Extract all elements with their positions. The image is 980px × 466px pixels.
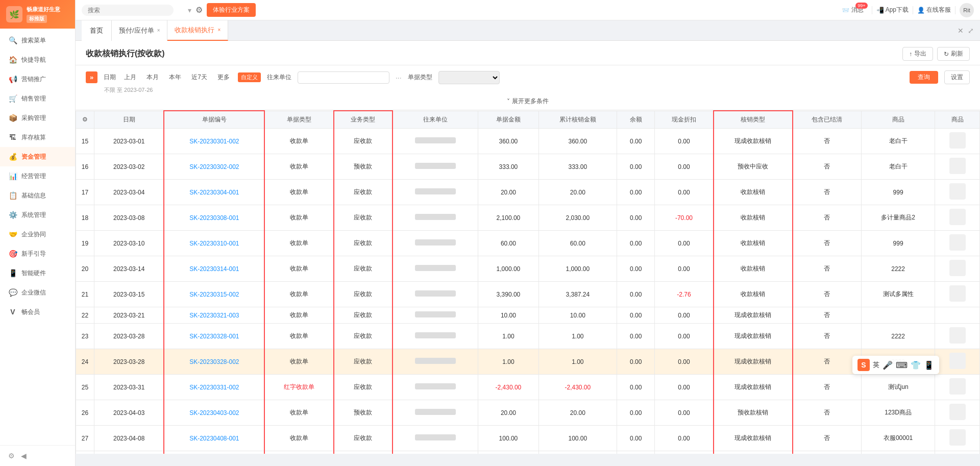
voucher-no-link[interactable]: SK-20230328-002 <box>189 358 239 365</box>
sidebar-item-system[interactable]: ⚙️ 系统管理 <box>0 205 75 225</box>
cell-voucher-no[interactable]: SK-20230328-001 <box>164 324 264 349</box>
cell-voucher-no[interactable]: SK-20230315-002 <box>164 282 264 307</box>
voucher-no-link[interactable]: SK-20230314-001 <box>189 265 239 273</box>
cell-seq: 19 <box>76 231 94 256</box>
online-support-link[interactable]: 👤 在线客服 <box>917 6 951 14</box>
overlay-keyboard-icon[interactable]: ⌨ <box>896 360 908 370</box>
sidebar-item-sales[interactable]: 🛒 销售管理 <box>0 89 75 108</box>
column-settings-icon[interactable]: ⚙ <box>82 116 88 123</box>
cell-partner <box>393 256 478 282</box>
overlay-shirt-icon[interactable]: 👕 <box>911 360 921 370</box>
overlay-grid-icon[interactable]: 📱 <box>924 360 934 370</box>
cell-voucher-no[interactable]: SK-20230310-001 <box>164 231 264 256</box>
voucher-no-link[interactable]: SK-20230403-002 <box>189 409 239 416</box>
tab-home[interactable]: 首页 <box>82 20 112 41</box>
cell-voucher-no[interactable]: SK-20230328-002 <box>164 349 264 375</box>
app-download-link[interactable]: 📲 App下载 <box>876 6 909 14</box>
cell-goods2 <box>935 282 980 307</box>
voucher-no-link[interactable]: SK-20230315-002 <box>189 291 239 298</box>
voucher-no-link[interactable]: SK-20230304-001 <box>189 189 239 196</box>
voucher-no-link[interactable]: SK-20230331-002 <box>189 384 239 391</box>
collapse-sidebar-icon[interactable]: ◀ <box>21 452 27 460</box>
voucher-no-link[interactable]: SK-20230308-001 <box>189 214 239 222</box>
cell-balance: 0.00 <box>617 180 655 205</box>
sidebar-item-operations[interactable]: 📊 经营管理 <box>0 166 75 186</box>
col-settings-header[interactable]: ⚙ <box>76 111 94 129</box>
cell-include-settled: 否 <box>793 375 862 400</box>
tab-collection-exec-close[interactable]: × <box>217 27 220 33</box>
search-input[interactable] <box>82 5 174 16</box>
settings-filter-button[interactable]: 设置 <box>944 70 970 84</box>
cell-cash-discount: 0.00 <box>655 154 714 180</box>
sidebar-item-marketing[interactable]: 📢 营销推广 <box>0 69 75 89</box>
voucher-no-link[interactable]: SK-20230301-002 <box>189 138 239 145</box>
voucher-no-link[interactable]: SK-20230321-003 <box>189 312 239 319</box>
sidebar-item-search[interactable]: 🔍 搜索菜单 <box>0 31 75 50</box>
filter-last-month[interactable]: 上月 <box>122 72 138 83</box>
export-button[interactable]: ↑ 导出 <box>902 47 933 61</box>
sidebar-item-enterprise[interactable]: 🤝 企业协同 <box>0 225 75 244</box>
col-date-header: 日期 <box>94 111 164 129</box>
cell-voucher-type: 收款单 <box>264 400 333 426</box>
filter-expand-toggle[interactable]: » <box>86 71 97 83</box>
cell-voucher-no[interactable]: SK-20230301-002 <box>164 129 264 154</box>
filter-this-month[interactable]: 本月 <box>144 72 161 83</box>
voucher-no-link[interactable]: SK-20230310-001 <box>189 240 239 247</box>
voucher-no-link[interactable]: SK-20230302-002 <box>189 163 239 170</box>
sidebar-item-member[interactable]: V 畅会员 <box>0 302 75 322</box>
topbar-search[interactable] <box>82 5 184 16</box>
cell-voucher-no[interactable]: SK-20230304-001 <box>164 180 264 205</box>
sidebar-item-smart-hw[interactable]: 📱 智能硬件 <box>0 263 75 283</box>
gear-icon[interactable]: ⚙ <box>195 5 203 15</box>
query-button[interactable]: 查询 <box>910 71 938 84</box>
sidebar-item-newbie[interactable]: 🎯 新手引导 <box>0 244 75 263</box>
cell-include-settled: 否 <box>793 231 862 256</box>
voucher-no-link[interactable]: SK-20230408-001 <box>189 435 239 442</box>
cell-cash-discount: 0.00 <box>655 256 714 282</box>
filter-7days[interactable]: 近7天 <box>189 72 209 83</box>
cell-voucher-no[interactable]: SK-20230403-002 <box>164 400 264 426</box>
message-button[interactable]: 📨 消息 99+ <box>842 6 864 14</box>
expand-more-button[interactable]: ˅ 展开更多条件 <box>507 97 549 106</box>
table-row: 20 2023-03-14 SK-20230314-001 收款单 应收款 1,… <box>76 256 980 282</box>
industry-solution-button[interactable]: 体验行业方案 <box>207 3 256 17</box>
overlay-text-icon[interactable]: 英 <box>873 360 879 370</box>
sidebar: 🌿 畅康道好生意 标推版 🔍 搜索菜单 🏠 快捷导航 📢 营销推广 🛒 销售管理… <box>0 0 76 466</box>
sidebar-item-member-label: 畅会员 <box>21 308 40 316</box>
user-avatar[interactable]: Rit <box>960 3 974 17</box>
voucher-no-link[interactable]: SK-20230328-001 <box>189 333 239 340</box>
close-tab-icon[interactable]: ✕ <box>958 27 964 35</box>
sidebar-item-wechat[interactable]: 💬 企业微信 <box>0 283 75 302</box>
maximize-icon[interactable]: ⤢ <box>968 27 974 35</box>
tab-collection-exec[interactable]: 收款核销执行 × <box>167 20 228 41</box>
filter-dots[interactable]: ··· <box>396 73 402 82</box>
cell-voucher-no[interactable]: SK-20230302-002 <box>164 154 264 180</box>
cell-voucher-no[interactable]: SK-20230314-001 <box>164 256 264 282</box>
filter-custom-date[interactable]: 自定义 <box>238 72 261 82</box>
cell-voucher-no[interactable]: SK-20230408-001 <box>164 426 264 451</box>
tab-home-label: 首页 <box>90 26 103 35</box>
sidebar-item-purchase[interactable]: 📦 采购管理 <box>0 108 75 128</box>
tab-prepay-payable-close[interactable]: × <box>157 28 160 33</box>
filter-voucher-type-select[interactable] <box>438 71 500 84</box>
cell-voucher-no[interactable]: SK-20230321-003 <box>164 307 264 324</box>
filter-partner-input[interactable] <box>298 71 389 84</box>
sidebar-item-inventory[interactable]: 🏗 库存核算 <box>0 128 75 147</box>
cell-voucher-no[interactable]: SK-20230308-001 <box>164 205 264 231</box>
sidebar-item-quick-nav[interactable]: 🏠 快捷导航 <box>0 50 75 69</box>
filter-more-date[interactable]: 更多 <box>215 72 232 83</box>
wechat-icon: 💬 <box>8 288 17 297</box>
cell-amount: 3,390.00 <box>478 282 538 307</box>
cell-voucher-no[interactable]: SK-20230418-001 <box>164 451 264 454</box>
page-content: 收款核销执行(按收款) ↑ 导出 ↻ 刷新 » 日期 <box>76 41 980 466</box>
purchase-icon: 📦 <box>8 113 17 122</box>
cell-voucher-no[interactable]: SK-20230331-002 <box>164 375 264 400</box>
sidebar-item-basic[interactable]: 📋 基础信息 <box>0 186 75 205</box>
settings-bottom-icon[interactable]: ⚙ <box>8 452 15 460</box>
tab-prepay-payable[interactable]: 预付/应付单 × <box>112 20 167 41</box>
filter-this-year[interactable]: 本年 <box>167 72 183 83</box>
overlay-mic-icon[interactable]: 🎤 <box>883 360 893 370</box>
sidebar-item-finance[interactable]: 💰 资金管理 <box>0 147 75 166</box>
cell-seq: 22 <box>76 307 94 324</box>
refresh-button[interactable]: ↻ 刷新 <box>937 47 970 61</box>
